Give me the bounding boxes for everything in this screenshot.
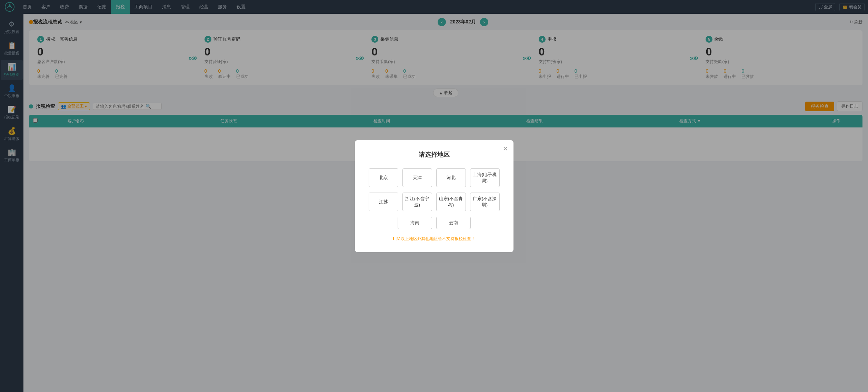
region-btn-guangdong[interactable]: 广东(不含深圳) bbox=[470, 193, 500, 211]
modal-overlay[interactable]: ✕ 请选择地区 北京 天津 河北 上海(电子税局) 江苏 浙江(不含宁波) 山东… bbox=[0, 0, 868, 392]
region-btn-beijing[interactable]: 北京 bbox=[369, 168, 398, 187]
region-btn-tianjin[interactable]: 天津 bbox=[402, 168, 432, 187]
modal-title: 请选择地区 bbox=[369, 151, 500, 159]
region-btn-hebei[interactable]: 河北 bbox=[436, 168, 466, 187]
region-btn-shandong[interactable]: 山东(不含青岛) bbox=[436, 193, 466, 211]
region-btn-zhejiang[interactable]: 浙江(不含宁波) bbox=[402, 193, 432, 211]
modal-warning: ℹ 除以上地区外其他地区暂不支持报税检查！ bbox=[369, 236, 500, 242]
region-btn-hainan[interactable]: 海南 bbox=[398, 217, 432, 229]
warning-text: 除以上地区外其他地区暂不支持报税检查！ bbox=[397, 236, 475, 242]
modal-close-button[interactable]: ✕ bbox=[503, 145, 508, 153]
region-select-modal: ✕ 请选择地区 北京 天津 河北 上海(电子税局) 江苏 浙江(不含宁波) 山东… bbox=[355, 140, 513, 252]
region-btn-shanghai[interactable]: 上海(电子税局) bbox=[470, 168, 500, 187]
region-btn-yunnan[interactable]: 云南 bbox=[436, 217, 471, 229]
warning-icon: ℹ bbox=[393, 236, 395, 241]
region-btn-jiangsu[interactable]: 江苏 bbox=[369, 193, 398, 211]
region-grid-row2: 江苏 浙江(不含宁波) 山东(不含青岛) 广东(不含深圳) bbox=[369, 193, 500, 211]
region-grid-row3: 海南 云南 bbox=[369, 217, 500, 229]
region-grid-row1: 北京 天津 河北 上海(电子税局) bbox=[369, 168, 500, 187]
